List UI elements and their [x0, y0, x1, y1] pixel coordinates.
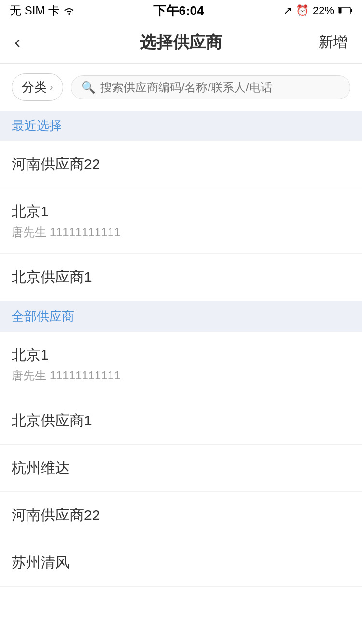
all-items-list: 北京1 唐先生 11111111111 北京供应商1杭州维达河南供应商22苏州清… — [0, 332, 362, 587]
status-left: 无 SIM 卡 — [10, 3, 74, 18]
item-name: 河南供应商22 — [12, 505, 350, 525]
recent-list-item[interactable]: 河南供应商22 — [0, 141, 362, 188]
item-name: 北京1 — [12, 202, 350, 222]
item-name: 北京供应商1 — [12, 411, 350, 431]
category-label: 分类 — [22, 79, 47, 96]
back-button[interactable]: ‹ — [14, 32, 43, 53]
battery-icon — [338, 7, 352, 14]
item-name: 杭州维达 — [12, 458, 350, 478]
no-sim-label: 无 SIM 卡 — [10, 3, 60, 18]
svg-rect-2 — [338, 8, 341, 14]
search-box: 🔍 — [71, 75, 350, 99]
status-right: ↗ ⏰ 22% — [283, 4, 352, 17]
item-name: 苏州清风 — [12, 553, 350, 573]
status-time: 下午6:04 — [153, 2, 204, 19]
recent-section-header: 最近选择 — [0, 111, 362, 141]
item-detail: 唐先生 11111111111 — [12, 224, 350, 240]
all-section-header: 全部供应商 — [0, 301, 362, 332]
status-bar: 无 SIM 卡 下午6:04 ↗ ⏰ 22% — [0, 0, 362, 21]
all-list-item[interactable]: 杭州维达 — [0, 445, 362, 492]
battery-percentage: 22% — [313, 4, 334, 17]
all-list-item[interactable]: 苏州清风 — [0, 539, 362, 587]
search-icon: 🔍 — [81, 81, 96, 94]
recent-section-label: 最近选择 — [12, 118, 62, 133]
all-list-item[interactable]: 北京1 唐先生 11111111111 — [0, 332, 362, 397]
all-section-label: 全部供应商 — [12, 309, 74, 323]
recent-list-item[interactable]: 北京供应商1 — [0, 254, 362, 301]
wifi-icon — [64, 6, 74, 15]
recent-list-item[interactable]: 北京1 唐先生 11111111111 — [0, 188, 362, 254]
filter-bar: 分类 › 🔍 — [0, 64, 362, 111]
all-list-item[interactable]: 北京供应商1 — [0, 397, 362, 445]
item-name: 北京1 — [12, 345, 350, 365]
item-name: 北京供应商1 — [12, 267, 350, 287]
item-detail: 唐先生 11111111111 — [12, 368, 350, 383]
all-list-item[interactable]: 河南供应商22 — [0, 492, 362, 539]
nav-bar: ‹ 选择供应商 新增 — [0, 21, 362, 64]
search-input[interactable] — [100, 81, 340, 94]
add-button[interactable]: 新增 — [319, 32, 348, 52]
svg-rect-1 — [350, 9, 352, 12]
recent-items-list: 河南供应商22 北京1 唐先生 11111111111 北京供应商1 — [0, 141, 362, 301]
item-name: 河南供应商22 — [12, 154, 350, 174]
alarm-icon: ⏰ — [296, 4, 309, 17]
chevron-right-icon: › — [50, 82, 53, 93]
category-button[interactable]: 分类 › — [12, 73, 63, 101]
location-icon: ↗ — [283, 4, 292, 17]
page-title: 选择供应商 — [140, 31, 222, 54]
